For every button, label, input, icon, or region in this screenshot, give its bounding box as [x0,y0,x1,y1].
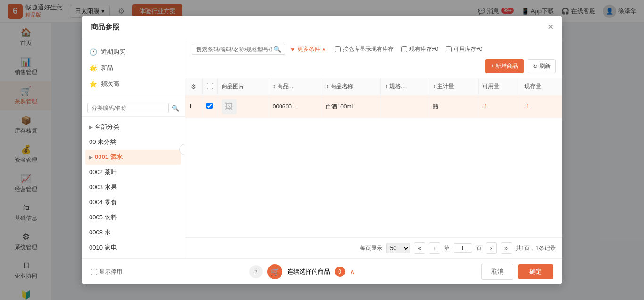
category-0005[interactable]: 0005 饮料 [85,210,181,225]
td-unit: 瓶 [429,95,478,118]
next-page-button[interactable]: › [486,242,497,254]
available-stock-filter[interactable]: 可用库存≠0 [446,45,482,53]
search-icon[interactable]: 🔍 [273,46,281,53]
cancel-button[interactable]: 取消 [481,264,513,280]
filter-arrow-icon: ∧ [322,46,326,53]
page-size-select[interactable]: 50 100 200 [386,243,410,253]
category-label: 0001 酒水 [95,153,123,161]
filter-icon: ▼ [290,46,296,53]
table-header-row: ⚙ 商品图片 ↕ 商品... [185,78,562,95]
modal-pagination: 每页显示 50 100 200 « ‹ 第 页 › » 共1页，1条记录 [185,237,562,258]
category-0003[interactable]: 0003 水果 [85,180,181,195]
arrow-icon: ▶ [89,155,93,160]
category-0002[interactable]: 0002 茶叶 [85,165,181,180]
sort-icon: ↕ [433,83,436,90]
th-available: 可用量 [478,78,520,95]
category-label: 0003 水果 [89,183,117,192]
modal-footer: 显示停用 ? 🛒 连续选择的商品 0 ∧ 取消 确定 [82,258,562,284]
display-disabled-label[interactable]: 显示停用 [91,268,122,276]
modal-title: 商品参照 [91,23,119,32]
th-unit[interactable]: ↕ 主计量 [429,78,478,95]
th-spec[interactable]: ↕ 规格... [381,78,429,95]
select-all-checkbox[interactable] [207,83,213,89]
footer-left: 显示停用 [91,268,122,276]
display-disabled-checkbox[interactable] [91,269,97,275]
last-page-button[interactable]: » [501,242,512,254]
modal-left-panel: 🕐 近期购买 🌟 新品 ⭐ 频次高 《 [82,39,185,258]
add-product-button[interactable]: + 新增商品 [485,59,524,73]
category-0008[interactable]: 0008 水 [85,225,181,240]
td-index: 1 [185,95,202,118]
th-code[interactable]: ↕ 商品... [269,78,322,95]
th-image: 商品图片 [217,78,269,95]
category-00[interactable]: 00 未分类 [85,134,181,150]
display-disabled-text: 显示停用 [99,268,122,276]
row-checkbox[interactable] [206,103,213,109]
collapse-icon[interactable]: ∧ [350,268,355,275]
table-row[interactable]: 1 🖼 000600... 白酒100ml 瓶 [185,95,562,118]
confirm-button[interactable]: 确定 [518,264,553,279]
category-search-input[interactable] [87,103,169,113]
product-table: ⚙ 商品图片 ↕ 商品... [185,78,562,118]
category-0010[interactable]: 0010 家电 [85,240,181,255]
category-label: 0004 零食 [89,198,117,207]
product-search-input[interactable] [196,46,272,53]
refresh-button[interactable]: ↻ 刷新 [528,59,556,73]
category-list: ▶ 全部分类 00 未分类 ▶ 0001 酒水 0002 茶叶 [82,119,185,255]
category-label: 0002 茶叶 [89,168,117,176]
category-all[interactable]: ▶ 全部分类 [85,119,181,134]
category-0004[interactable]: 0004 零食 [85,195,181,210]
tab-new-products[interactable]: 🌟 新品 [82,60,185,76]
category-0001[interactable]: ▶ 0001 酒水 [85,150,181,165]
current-stock-checkbox[interactable] [401,46,407,52]
toolbar-right: + 新增商品 ↻ 刷新 [485,59,556,73]
sort-icon: ↕ [326,83,329,90]
td-spec [381,95,429,118]
footer-right: 取消 确定 [481,264,553,280]
page-label: 第 [444,244,450,252]
filter-label: 更多条件 [297,45,320,53]
category-search-icon[interactable]: 🔍 [172,105,179,112]
page-unit: 页 [476,244,482,252]
total-info: 共1页，1条记录 [516,244,556,252]
th-settings[interactable]: ⚙ [185,78,202,95]
product-search-box: 🔍 [192,44,285,55]
prev-page-button[interactable]: ‹ [429,242,440,254]
selected-count-badge: 0 [335,267,345,277]
product-table-wrap: ⚙ 商品图片 ↕ 商品... [185,78,562,237]
modal-toolbar: 🔍 ▼ 更多条件 ∧ 按仓库显示现有库存 现 [185,39,562,78]
warehouse-stock-checkbox[interactable] [335,46,341,52]
tab-frequent[interactable]: ⭐ 频次高 [82,76,185,92]
available-stock-checkbox[interactable] [446,46,452,52]
current-stock-filter[interactable]: 现有库存≠0 [401,45,438,53]
td-checkbox[interactable] [202,95,217,118]
available-stock-label: 可用库存≠0 [454,45,482,53]
td-image: 🖼 [217,95,269,118]
td-code: 000600... [269,95,322,118]
help-icon[interactable]: ? [249,265,263,278]
modal-left-inner: 🕐 近期购买 🌟 新品 ⭐ 频次高 《 [82,44,185,255]
footer-center: ? 🛒 连续选择的商品 0 ∧ [128,264,476,279]
th-checkbox[interactable] [202,78,217,95]
category-label: 0008 水 [89,228,111,237]
cart-icon[interactable]: 🛒 [267,264,282,279]
td-stock: -1 [520,95,562,118]
category-label: 00 未分类 [89,138,116,146]
modal-header: 商品参照 × [82,16,562,39]
warehouse-stock-filter[interactable]: 按仓库显示现有库存 [335,45,394,53]
selected-label: 连续选择的商品 [287,267,330,276]
th-stock: 现存量 [520,78,562,95]
current-stock-label: 现有库存≠0 [409,45,438,53]
page-number-input[interactable] [454,243,472,253]
category-label: 全部分类 [95,123,119,131]
first-page-button[interactable]: « [414,242,425,254]
close-icon[interactable]: × [548,22,553,32]
modal-tabs: 🕐 近期购买 🌟 新品 ⭐ 频次高 [82,44,185,96]
more-filter-button[interactable]: ▼ 更多条件 ∧ [290,45,326,53]
tab-recent-purchase[interactable]: 🕐 近期购买 [82,44,185,60]
arrow-icon: ▶ [89,125,93,130]
product-image: 🖼 [222,99,237,114]
modal-overlay: 商品参照 × 🕐 近期购买 🌟 新品 [0,0,644,300]
page-size-label: 每页显示 [360,244,382,252]
th-name[interactable]: ↕ 商品名称 [322,78,381,95]
